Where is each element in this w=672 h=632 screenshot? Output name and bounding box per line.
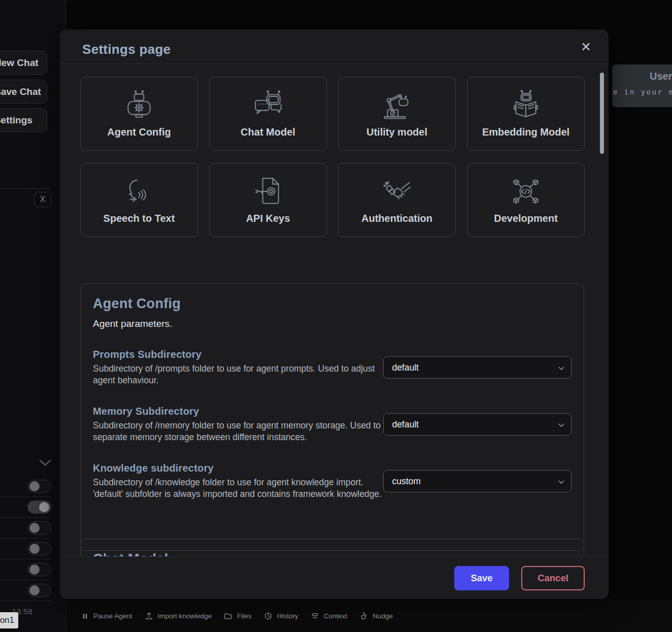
field-memory-subdirectory: Memory Subdirectory Subdirectory of /mem… <box>93 406 572 443</box>
toggle-knob <box>29 544 40 554</box>
chevron-down-icon <box>558 366 565 371</box>
upload-icon <box>145 612 153 620</box>
close-icon[interactable]: ✕ <box>581 41 591 53</box>
settings-tab-authentication[interactable]: Authentication <box>338 163 456 237</box>
nudge-hand-icon <box>359 612 368 620</box>
save-chat-button[interactable]: Save Chat <box>0 80 47 104</box>
key-document-icon <box>251 176 285 208</box>
nudge-button[interactable]: Nudge <box>359 612 393 620</box>
chat-message-bubble: User e in your en <box>612 64 672 107</box>
toggle-row <box>0 580 51 601</box>
settings-label: Settings <box>0 115 32 126</box>
new-chat-label: New Chat <box>0 57 39 69</box>
tab-label: Embedding Model <box>482 126 569 138</box>
knowledge-subdirectory-select[interactable]: custom <box>383 470 572 492</box>
sidebar-divider <box>0 188 51 189</box>
code-nodes-icon <box>509 176 543 208</box>
toggle-row <box>0 476 51 497</box>
settings-nav-grid: Agent Config Chat Mo <box>80 77 585 237</box>
cancel-button[interactable]: Cancel <box>521 566 585 590</box>
tab-label: Authentication <box>361 213 432 224</box>
scrollbar-thumb[interactable] <box>600 73 604 154</box>
settings-tab-development[interactable]: Development <box>467 163 585 237</box>
robot-book-icon <box>509 90 543 121</box>
toolbar-label: Import knowledge <box>158 612 212 620</box>
tab-label: Development <box>494 213 558 224</box>
settings-tab-api-keys[interactable]: API Keys <box>209 163 327 237</box>
chat-model-icon <box>251 90 285 121</box>
toggle-row <box>0 497 51 518</box>
chat-user-heading: User <box>650 71 672 82</box>
prompts-subdirectory-select[interactable]: default <box>383 356 572 379</box>
sidebar-close-label: X <box>40 195 46 204</box>
sidebar-toggle-5[interactable] <box>27 563 51 576</box>
field-label: Prompts Subdirectory <box>93 349 383 360</box>
sidebar: New Chat Save Chat ⚙ Settings X 13: <box>0 0 66 632</box>
select-value: custom <box>392 476 420 487</box>
sidebar-toggle-1[interactable] <box>27 480 51 493</box>
save-button[interactable]: Save <box>454 566 509 590</box>
section-title: Agent Config <box>93 296 572 312</box>
toolbar-label: Context <box>324 612 348 620</box>
toolbar-label: Nudge <box>373 612 393 620</box>
toggle-row <box>0 559 51 580</box>
tab-label: API Keys <box>246 213 290 224</box>
pause-icon <box>81 612 89 620</box>
sidebar-toggle-2[interactable] <box>27 501 51 514</box>
section-subtitle: Agent parameters. <box>93 318 572 329</box>
settings-tab-speech-to-text[interactable]: Speech to Text <box>80 163 198 237</box>
field-prompts-subdirectory: Prompts Subdirectory Subdirectory of /pr… <box>93 349 572 386</box>
toggle-knob <box>29 564 40 575</box>
sidebar-toggle-6[interactable] <box>27 584 51 597</box>
files-button[interactable]: Files <box>224 612 252 620</box>
bottom-toolbar: Pause Agent Import knowledge Files Histo… <box>66 600 672 632</box>
agent-config-section: Agent Config Agent parameters. Prompts S… <box>80 283 584 551</box>
sidebar-toggle-3[interactable] <box>27 521 51 535</box>
toggle-knob <box>39 502 49 512</box>
field-label: Memory Subdirectory <box>93 406 383 417</box>
folder-icon <box>224 612 232 620</box>
toggle-row <box>0 539 51 559</box>
import-knowledge-button[interactable]: Import knowledge <box>145 612 212 620</box>
field-text: Knowledge subdirectory Subdirectory of /… <box>93 462 383 500</box>
sidebar-close-button[interactable]: X <box>34 192 51 207</box>
pause-agent-button[interactable]: Pause Agent <box>81 612 132 620</box>
select-value: default <box>392 362 419 373</box>
settings-button[interactable]: ⚙ Settings <box>0 108 47 132</box>
toggle-knob <box>29 585 40 595</box>
new-chat-button[interactable]: New Chat <box>0 51 47 75</box>
chevron-down-icon <box>558 423 565 427</box>
speech-icon <box>122 176 156 208</box>
chat-message-fragment: e in your en <box>613 88 672 96</box>
tab-label: Chat Model <box>241 126 295 138</box>
settings-tab-agent-config[interactable]: Agent Config <box>80 77 198 151</box>
context-button[interactable]: Context <box>311 612 348 620</box>
save-chat-label: Save Chat <box>0 86 41 97</box>
select-value: default <box>392 419 419 430</box>
toggle-knob <box>29 523 40 533</box>
tab-label: Agent Config <box>107 126 171 138</box>
robot-config-icon <box>122 90 156 121</box>
robot-book-icon-card[interactable]: Embedding Model <box>467 77 585 151</box>
chevron-down-icon[interactable] <box>39 459 52 469</box>
field-description: Subdirectory of /memory folder to use fo… <box>93 420 383 443</box>
robot-arm-icon <box>380 90 414 121</box>
modal-title: Settings page <box>82 42 171 57</box>
settings-tab-utility-model[interactable]: Utility model <box>338 77 456 151</box>
section-title: Chat Model <box>93 551 572 557</box>
settings-tab-chat-model[interactable]: Chat Model <box>209 77 327 151</box>
sidebar-toggle-4[interactable] <box>27 542 51 555</box>
tab-label: Speech to Text <box>104 213 175 224</box>
history-button[interactable]: History <box>264 612 298 620</box>
handshake-icon <box>380 176 414 208</box>
tab-label: Utility model <box>366 126 427 138</box>
sidebar-toggle-list <box>0 476 51 601</box>
modal-scroll-area: Agent Config Chat Mo <box>60 63 609 557</box>
memory-subdirectory-select[interactable]: default <box>383 413 572 436</box>
field-label: Knowledge subdirectory <box>93 462 383 474</box>
chat-model-section: Chat Model <box>80 539 584 557</box>
field-description: Subdirectory of /knowledge folder to use… <box>93 477 383 500</box>
toggle-row <box>0 518 51 539</box>
toolbar-label: Pause Agent <box>93 612 132 620</box>
field-text: Prompts Subdirectory Subdirectory of /pr… <box>93 349 383 386</box>
